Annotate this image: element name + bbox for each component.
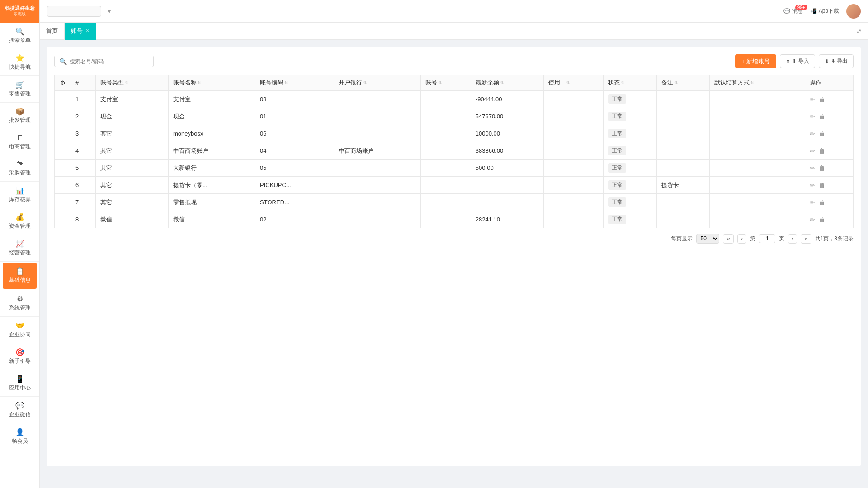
row-account: [421, 108, 471, 125]
tab-minimize-button[interactable]: —: [843, 27, 853, 36]
content-area: 🔍 + 新增账号 ⬆ ⬆ 导入 ⬇ ⬇ 导出: [40, 40, 868, 488]
row-action: ✏ 🗑: [805, 177, 854, 194]
header-left: ▼: [47, 6, 112, 17]
sidebar-item-inventory[interactable]: 📊 库存核算: [0, 182, 39, 208]
sidebar-item-ecommerce[interactable]: 🖥 电商管理: [0, 129, 39, 155]
edit-icon[interactable]: ✏: [810, 164, 815, 172]
edit-icon[interactable]: ✏: [810, 130, 815, 137]
row-remark: [657, 125, 709, 142]
page-number-input[interactable]: [759, 234, 775, 243]
app-download-button[interactable]: 📲 App下载: [810, 7, 839, 15]
delete-icon[interactable]: 🗑: [819, 147, 825, 155]
first-page-button[interactable]: «: [723, 234, 733, 244]
row-account: [421, 211, 471, 228]
th-gear[interactable]: ⚙: [55, 75, 71, 91]
th-code[interactable]: 账号编码⇅: [255, 75, 334, 91]
last-page-button[interactable]: »: [801, 234, 811, 244]
add-account-button[interactable]: + 新增账号: [735, 54, 776, 68]
sidebar-item-enterprise[interactable]: 🤝 企业协同: [0, 317, 39, 343]
sidebar-item-app-center[interactable]: 📱 应用中心: [0, 370, 39, 397]
sidebar-item-wechat[interactable]: 💬 企业微信: [0, 397, 39, 423]
dropdown-arrow-icon[interactable]: ▼: [107, 8, 112, 14]
sidebar-item-wholesale[interactable]: 📦 批发管理: [0, 103, 39, 129]
row-no: 6: [71, 177, 96, 194]
tab-home[interactable]: 首页: [40, 23, 65, 40]
sort-icon: ⇅: [198, 80, 201, 85]
sidebar-item-operation[interactable]: 📈 经营管理: [0, 235, 39, 262]
top-search-input[interactable]: [47, 6, 101, 17]
sidebar-item-guide[interactable]: 🎯 新手引导: [0, 343, 39, 370]
message-button[interactable]: 💬 消息 99+: [783, 7, 803, 15]
row-bank: [334, 211, 421, 228]
sidebar-item-finance[interactable]: 💰 资金管理: [0, 208, 39, 235]
page-size-select[interactable]: 50 100 200: [696, 234, 719, 244]
next-page-button[interactable]: ›: [788, 234, 797, 244]
header-right: 💬 消息 99+ 📲 App下载: [783, 4, 861, 19]
tab-actions: — ⤢: [843, 27, 868, 36]
sidebar-item-purchase[interactable]: 🛍 采购管理: [0, 155, 39, 182]
row-name: 零售抵现: [168, 194, 255, 211]
status-badge: 正常: [608, 94, 626, 104]
row-name: 提货卡（零...: [168, 177, 255, 194]
th-bank[interactable]: 开户银行⇅: [334, 75, 421, 91]
th-name[interactable]: 账号名称⇅: [168, 75, 255, 91]
delete-icon[interactable]: 🗑: [819, 130, 825, 137]
row-usage: [543, 177, 603, 194]
th-type[interactable]: 账号类型⇅: [95, 75, 168, 91]
import-button[interactable]: ⬆ ⬆ 导入: [780, 54, 815, 68]
table-row: 4 其它 中百商场账户 04 中百商场账户 383866.00 正常 ✏ 🗑: [55, 142, 854, 160]
row-type: 其它: [95, 142, 168, 160]
status-badge: 正常: [608, 129, 626, 138]
edit-icon[interactable]: ✏: [810, 96, 815, 103]
prev-page-button[interactable]: ‹: [737, 234, 746, 244]
action-icons: ✏ 🗑: [810, 164, 849, 172]
delete-icon[interactable]: 🗑: [819, 164, 825, 172]
edit-icon[interactable]: ✏: [810, 199, 815, 206]
tab-expand-button[interactable]: ⤢: [854, 27, 863, 36]
th-usage[interactable]: 使用...⇅: [543, 75, 603, 91]
edit-icon[interactable]: ✏: [810, 182, 815, 189]
sidebar-item-quick-nav[interactable]: ⭐ 快捷导航: [0, 49, 39, 76]
sidebar-item-search[interactable]: 🔍 搜索菜单: [0, 23, 39, 49]
content-card: 🔍 + 新增账号 ⬆ ⬆ 导入 ⬇ ⬇ 导出: [47, 47, 861, 466]
page-unit: 页: [779, 235, 784, 243]
edit-icon[interactable]: ✏: [810, 147, 815, 155]
row-gear-cell: [55, 194, 71, 211]
row-default-payment: [709, 194, 805, 211]
star-icon: ⭐: [15, 54, 24, 62]
th-account[interactable]: 账号⇅: [421, 75, 471, 91]
search-input[interactable]: [70, 58, 149, 65]
sidebar-item-member[interactable]: 👤 畅会员: [0, 423, 39, 450]
th-default-payment[interactable]: 默认结算方式⇅: [709, 75, 805, 91]
row-usage: [543, 194, 603, 211]
sidebar-item-system[interactable]: ⚙ 系统管理: [0, 290, 39, 317]
delete-icon[interactable]: 🗑: [819, 113, 825, 120]
sort-icon: ⇅: [438, 80, 442, 85]
row-code: STORED...: [255, 194, 334, 211]
settings-icon: ⚙: [60, 80, 66, 86]
row-bank: [334, 194, 421, 211]
message-badge: 99+: [795, 5, 807, 10]
delete-icon[interactable]: 🗑: [819, 199, 825, 206]
clipboard-icon: 📋: [15, 267, 24, 276]
th-balance[interactable]: 最新余额⇅: [471, 75, 543, 91]
row-no: 7: [71, 194, 96, 211]
chat-icon: 💬: [15, 401, 24, 410]
edit-icon[interactable]: ✏: [810, 113, 815, 120]
sort-icon: ⇅: [125, 80, 128, 85]
sidebar-item-retail[interactable]: 🛒 零售管理: [0, 76, 39, 103]
tab-account[interactable]: 账号 ✕: [65, 23, 96, 40]
export-button[interactable]: ⬇ ⬇ 导出: [819, 54, 854, 68]
delete-icon[interactable]: 🗑: [819, 216, 825, 223]
edit-icon[interactable]: ✏: [810, 216, 815, 223]
delete-icon[interactable]: 🗑: [819, 182, 825, 189]
avatar[interactable]: [846, 4, 861, 19]
row-default-payment: [709, 142, 805, 160]
th-remark[interactable]: 备注⇅: [657, 75, 709, 91]
sidebar-item-basic[interactable]: 📋 基础信息: [3, 263, 37, 289]
tab-close-icon[interactable]: ✕: [85, 28, 90, 34]
export-label: ⬇ 导出: [831, 57, 848, 65]
message-icon: 💬: [783, 8, 790, 14]
delete-icon[interactable]: 🗑: [819, 96, 825, 103]
th-status[interactable]: 状态⇅: [603, 75, 656, 91]
